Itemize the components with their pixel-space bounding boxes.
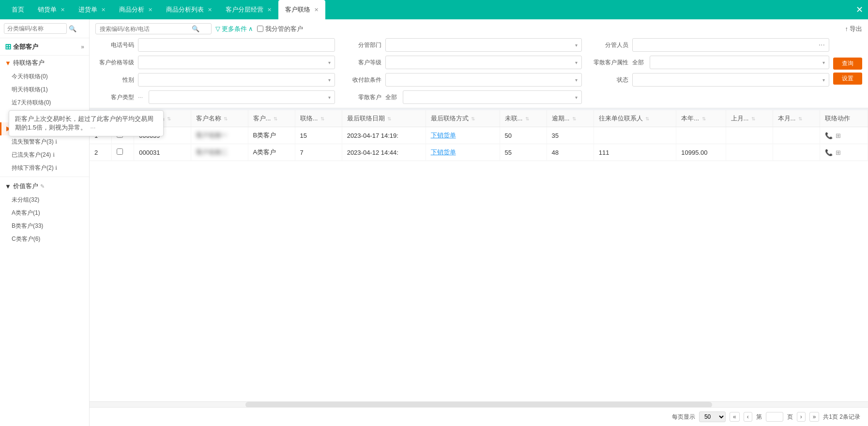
filter-icon: ▽ (215, 25, 220, 32)
export-icon: ↑ (845, 25, 849, 32)
all-customers-header[interactable]: ⊞ 全部客户 » (0, 38, 89, 56)
sidebar-item-today-pending[interactable]: 今天待联络(0) (0, 70, 89, 83)
sidebar-item-class-b[interactable]: B类客户(33) (0, 220, 89, 233)
filter-customer-type: 客户类型 ··· ▾ (95, 90, 335, 104)
payment-select[interactable]: ▾ (385, 73, 582, 87)
sidebar-item-churn-warning[interactable]: 流失预警客户(3) ℹ (0, 135, 89, 148)
retail-customer-select[interactable]: ▾ (403, 90, 582, 104)
cell-actions-2: 📞 ⊞ (820, 144, 868, 161)
more-filters-btn[interactable]: ▽ 更多条件 ∧ (215, 25, 253, 33)
sort-overdue-icon[interactable]: ⇅ (572, 116, 576, 121)
col-customer-type[interactable]: 客户... ⇅ (248, 110, 295, 127)
method-link-1[interactable]: 下销货单 (431, 132, 456, 139)
col-no-contact[interactable]: 未联... ⇅ (500, 110, 547, 127)
phone-action-icon-2[interactable]: 📞 (825, 149, 833, 156)
sidebar-item-tomorrow-pending[interactable]: 明天待联络(1) (0, 83, 89, 96)
method-link-2[interactable]: 下销货单 (431, 148, 456, 156)
close-tab-purchase-order[interactable]: ✕ (101, 0, 106, 19)
cell-contacts-2: 111 (594, 144, 676, 161)
customer-type-select[interactable]: ▾ (149, 90, 335, 104)
sort-lastmonth-icon[interactable]: ⇅ (751, 116, 755, 121)
my-customers-checkbox[interactable] (257, 26, 263, 32)
sidebar-item-class-c[interactable]: C类客户(6) (0, 233, 89, 246)
filter-customer-grade: 客户等级 ▾ (343, 56, 582, 69)
tab-home[interactable]: 首页 (5, 0, 31, 19)
settings-button[interactable]: 设置 (833, 73, 862, 85)
more-action-icon-1[interactable]: ⊞ (836, 132, 841, 139)
phone-input[interactable] (138, 38, 335, 52)
col-overdue[interactable]: 逾期... ⇅ (547, 110, 594, 127)
filter-payment: 收付款条件 ▾ (343, 73, 582, 87)
sidebar-item-declining[interactable]: 持续下滑客户(2) ℹ (0, 162, 89, 175)
close-tab-product-analysis[interactable]: ✕ (148, 0, 152, 19)
next-page-btn[interactable]: › (797, 412, 806, 422)
close-tab-customer-layering[interactable]: ✕ (267, 0, 272, 19)
first-page-btn[interactable]: « (730, 412, 740, 422)
main-search-input[interactable] (100, 26, 192, 32)
sidebar-item-7days-pending[interactable]: 近7天待联络(0) (0, 96, 89, 109)
tab-sales-order[interactable]: 销货单 ✕ (31, 0, 72, 19)
col-name[interactable]: 客户名称 ⇅ (191, 110, 248, 127)
sort-method-icon[interactable]: ⇅ (471, 116, 475, 121)
cell-method-1[interactable]: 下销货单 (426, 127, 500, 144)
last-page-btn[interactable]: » (809, 412, 820, 422)
export-btn[interactable]: ↑ 导出 (845, 25, 863, 33)
col-last-contact-date[interactable]: 最后联络日期 ⇅ (342, 110, 426, 127)
tab-customer-contact[interactable]: 客户联络 ✕ (278, 0, 325, 19)
tab-purchase-order[interactable]: 进货单 ✕ (72, 0, 112, 19)
cell-overdue-2: 48 (547, 144, 594, 161)
customer-grade-select[interactable]: ▾ (385, 56, 582, 69)
sort-date-icon[interactable]: ⇅ (387, 116, 391, 121)
col-contacts[interactable]: 往来单位联系人 ⇅ (594, 110, 676, 127)
status-select[interactable]: ▾ (632, 73, 829, 87)
window-close-btn[interactable]: ✕ (856, 4, 863, 15)
col-this-month[interactable]: 本月... ⇅ (773, 110, 820, 127)
prev-page-btn[interactable]: ‹ (744, 412, 752, 422)
collapse-btn[interactable]: » (81, 44, 84, 50)
gender-select[interactable]: ▾ (138, 73, 335, 87)
tab-customer-layering[interactable]: 客户分层经营 ✕ (219, 0, 278, 19)
col-this-year[interactable]: 本年... ⇅ (676, 110, 726, 127)
sidebar-item-unassigned[interactable]: 未分组(32) (0, 193, 89, 206)
action-icons-1: 📞 ⊞ (825, 132, 863, 139)
page-number-input[interactable]: 1 (766, 412, 783, 422)
sidebar-item-class-a[interactable]: A类客户(1) (0, 206, 89, 220)
close-tab-customer-contact[interactable]: ✕ (314, 0, 319, 19)
col-last-contact-method[interactable]: 最后联络方式 ⇅ (426, 110, 500, 127)
cell-checkbox-2[interactable] (112, 144, 134, 161)
sort-nocontact-icon[interactable]: ⇅ (525, 116, 529, 121)
sort-contacts-icon[interactable]: ⇅ (645, 116, 649, 121)
sort-code-icon[interactable]: ⇅ (167, 116, 171, 121)
manager-select[interactable]: ··· (632, 38, 829, 52)
close-tab-product-analysis-list[interactable]: ✕ (208, 0, 212, 19)
horizontal-scrollbar[interactable] (90, 401, 868, 407)
edit-groups-icon[interactable]: ✎ (40, 183, 45, 190)
tab-product-analysis-list[interactable]: 商品分析列表 ✕ (159, 0, 219, 19)
more-action-icon-2[interactable]: ⊞ (836, 149, 841, 156)
filter-actions: 查询 设置 (833, 38, 862, 104)
phone-action-icon-1[interactable]: 📞 (825, 132, 833, 139)
sort-type-icon[interactable]: ⇅ (274, 116, 277, 121)
row2-checkbox[interactable] (117, 148, 123, 155)
query-button[interactable]: 查询 (833, 58, 862, 70)
sort-name-icon[interactable]: ⇅ (224, 116, 228, 121)
sidebar-search-icon[interactable]: 🔍 (69, 25, 76, 32)
retail-attr-select[interactable]: ▾ (650, 56, 829, 69)
sort-thismonth-icon[interactable]: ⇅ (798, 116, 802, 121)
group-value-customers[interactable]: ▼ 价值客户 ✎ (0, 179, 89, 193)
col-last-month[interactable]: 上月... ⇅ (726, 110, 773, 127)
tab-product-analysis[interactable]: 商品分析 ✕ (112, 0, 159, 19)
sort-contact-icon[interactable]: ⇅ (320, 116, 324, 121)
per-page-select[interactable]: 50 100 (699, 411, 726, 422)
group-pending-contact[interactable]: ▼ 待联络客户 (0, 56, 89, 70)
sidebar-search-input[interactable] (4, 23, 67, 34)
sidebar-item-churned[interactable]: 已流失客户(24) ℹ (0, 148, 89, 162)
col-contact[interactable]: 联络... ⇅ (295, 110, 342, 127)
price-grade-select[interactable]: ▾ (138, 56, 335, 69)
manager-dots[interactable]: ··· (819, 41, 825, 49)
main-search-icon[interactable]: 🔍 (192, 25, 199, 32)
dept-select[interactable]: ▾ (385, 38, 582, 52)
cell-method-2[interactable]: 下销货单 (426, 144, 500, 161)
sort-thisyear-icon[interactable]: ⇅ (702, 116, 706, 121)
close-tab-sales-order[interactable]: ✕ (61, 0, 65, 19)
